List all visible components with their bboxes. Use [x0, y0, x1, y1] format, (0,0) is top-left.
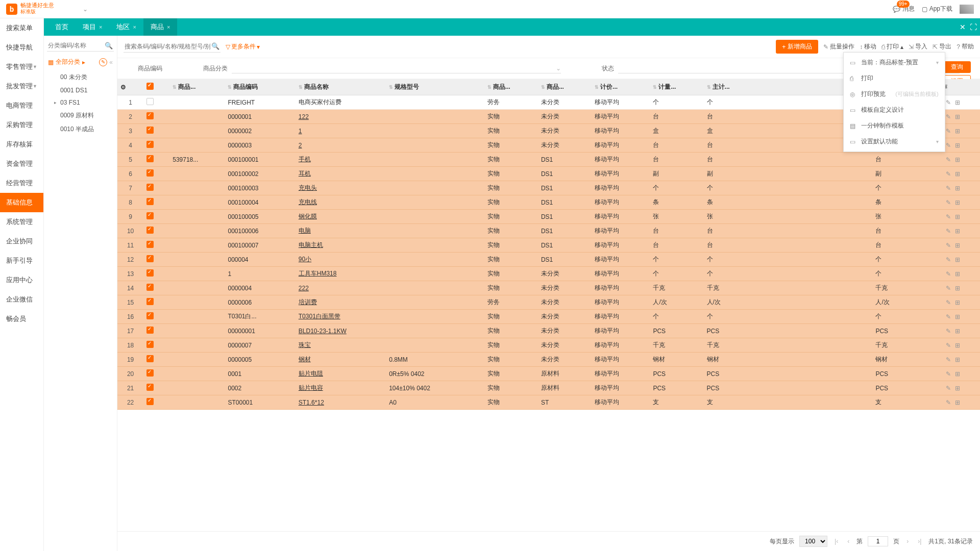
- row-more-icon[interactable]: ⊞: [955, 270, 960, 278]
- product-name-link[interactable]: 222: [299, 285, 309, 292]
- row-more-icon[interactable]: ⊞: [955, 399, 960, 406]
- gear-icon[interactable]: ⚙: [120, 84, 126, 91]
- row-edit-icon[interactable]: ✎: [946, 356, 951, 363]
- row-edit-icon[interactable]: ✎: [946, 142, 951, 149]
- column-header[interactable]: [143, 79, 169, 95]
- table-row[interactable]: 8000100004充电线实物DS1移动平均条条条✎⊞: [117, 195, 980, 210]
- column-header[interactable]: ⇅商品编码: [225, 79, 295, 95]
- row-more-icon[interactable]: ⊞: [955, 370, 960, 378]
- sort-icon[interactable]: ⇅: [299, 85, 303, 90]
- row-checkbox[interactable]: [146, 169, 154, 177]
- page-last-icon[interactable]: ›|: [916, 538, 923, 545]
- sidebar-item[interactable]: 资金管理: [0, 154, 43, 173]
- sidebar-item[interactable]: 畅会员: [0, 309, 43, 329]
- sidebar-item[interactable]: 电商管理: [0, 96, 43, 115]
- row-checkbox[interactable]: [146, 298, 154, 305]
- product-name-link[interactable]: 耳机: [299, 170, 311, 177]
- row-checkbox[interactable]: [146, 384, 154, 391]
- product-name-link[interactable]: 手机: [299, 156, 311, 163]
- product-name-link[interactable]: 钢化膜: [299, 213, 317, 220]
- dd-print-preview[interactable]: ◎打印预览 (可编辑当前模板): [844, 86, 945, 102]
- column-header[interactable]: ⇅商品名称: [296, 79, 386, 95]
- row-checkbox[interactable]: [146, 398, 154, 405]
- sort-icon[interactable]: ⇅: [228, 85, 232, 90]
- column-header[interactable]: ⇅主计...: [704, 79, 757, 95]
- table-row[interactable]: 11000100007电脑主机实物DS1移动平均台台台✎⊞: [117, 238, 980, 253]
- product-name-link[interactable]: 工具车HM318: [299, 270, 337, 277]
- edit-category-icon[interactable]: ✎: [99, 58, 107, 66]
- row-edit-icon[interactable]: ✎: [946, 342, 951, 349]
- row-edit-icon[interactable]: ✎: [946, 285, 951, 292]
- tree-item[interactable]: 0009 原材料: [47, 109, 114, 122]
- page-next-icon[interactable]: ›: [904, 538, 911, 545]
- table-row[interactable]: 140000004222实物未分类移动平均千克千克千克✎⊞: [117, 281, 980, 295]
- filter-category-select[interactable]: ⌄: [232, 63, 561, 73]
- product-name-link[interactable]: 钢材: [299, 356, 311, 363]
- table-row[interactable]: 180000007珠宝实物未分类移动平均千克千克千克✎⊞: [117, 338, 980, 353]
- row-edit-icon[interactable]: ✎: [946, 228, 951, 235]
- export-button[interactable]: ⇱导出: [933, 42, 951, 51]
- tree-root[interactable]: ▦ 全部分类 ▸: [47, 56, 86, 68]
- sort-icon[interactable]: ⇅: [173, 85, 177, 90]
- row-edit-icon[interactable]: ✎: [946, 128, 951, 135]
- column-header[interactable]: ⇅规格型号: [386, 79, 484, 95]
- row-edit-icon[interactable]: ✎: [946, 256, 951, 263]
- table-row[interactable]: 6000100002耳机实物DS1移动平均副副副✎⊞: [117, 167, 980, 181]
- company-selector[interactable]: ⌄: [57, 6, 88, 13]
- row-checkbox[interactable]: [146, 355, 154, 362]
- sidebar-item[interactable]: 应用中心: [0, 270, 43, 290]
- search-icon[interactable]: 🔍: [105, 42, 113, 49]
- sidebar-item[interactable]: 企业协同: [0, 232, 43, 251]
- product-name-link[interactable]: 贴片电阻: [299, 370, 323, 377]
- column-header[interactable]: ⇅商品...: [169, 79, 225, 95]
- table-row[interactable]: 7000100003充电头实物DS1移动平均个个个✎⊞: [117, 181, 980, 195]
- row-edit-icon[interactable]: ✎: [946, 270, 951, 278]
- row-checkbox[interactable]: [146, 312, 154, 319]
- tab-close-icon[interactable]: ×: [167, 24, 170, 30]
- sort-icon[interactable]: ⇅: [541, 85, 545, 90]
- import-button[interactable]: ⇲导入: [909, 42, 927, 51]
- row-checkbox[interactable]: [146, 184, 154, 191]
- row-checkbox[interactable]: [146, 198, 154, 205]
- tab-close-icon[interactable]: ×: [133, 24, 136, 30]
- page-first-icon[interactable]: |‹: [832, 538, 840, 545]
- sort-icon[interactable]: ⇅: [595, 85, 599, 90]
- tree-item[interactable]: ▸03 FS1: [47, 96, 114, 109]
- sidebar-item[interactable]: 批发管理▼: [0, 77, 43, 96]
- column-header[interactable]: ⚙: [117, 79, 143, 95]
- product-name-link[interactable]: 电脑: [299, 227, 311, 234]
- table-row[interactable]: 131工具车HM318实物未分类移动平均个个个✎⊞: [117, 267, 980, 281]
- row-more-icon[interactable]: ⊞: [955, 356, 960, 363]
- sidebar-item[interactable]: 搜索菜单: [0, 18, 43, 38]
- dd-current-template[interactable]: ▭当前：商品标签-预置▾: [844, 55, 945, 70]
- row-checkbox[interactable]: [146, 284, 154, 291]
- row-checkbox[interactable]: [146, 341, 154, 348]
- row-edit-icon[interactable]: ✎: [946, 99, 951, 106]
- table-row[interactable]: 1200000490小实物DS1移动平均个个个✎⊞: [117, 253, 980, 267]
- row-more-icon[interactable]: ⊞: [955, 128, 960, 135]
- print-button[interactable]: ⎙打印▴: [881, 42, 903, 51]
- query-button[interactable]: 查询: [943, 61, 971, 73]
- table-row[interactable]: 150000006培训费劳务未分类移动平均人/次人/次人/次✎⊞: [117, 295, 980, 310]
- row-checkbox[interactable]: [146, 369, 154, 377]
- row-checkbox[interactable]: [146, 255, 154, 262]
- row-checkbox[interactable]: [146, 141, 154, 148]
- tree-search-input[interactable]: [47, 40, 114, 52]
- app-download-button[interactable]: ▢ App下载: [922, 5, 952, 13]
- row-more-icon[interactable]: ⊞: [955, 99, 960, 106]
- row-checkbox[interactable]: [146, 127, 154, 134]
- sidebar-item[interactable]: 经营管理: [0, 173, 43, 193]
- help-button[interactable]: ?帮助: [957, 42, 974, 51]
- move-button[interactable]: ↕移动: [860, 42, 876, 51]
- sidebar-item[interactable]: 快捷导航: [0, 38, 43, 57]
- row-edit-icon[interactable]: ✎: [946, 156, 951, 163]
- product-name-link[interactable]: 90小: [299, 256, 311, 263]
- column-header[interactable]: ⇅计价...: [592, 79, 650, 95]
- product-name-link[interactable]: ST1.6*12: [299, 399, 324, 406]
- sort-icon[interactable]: ⇅: [653, 85, 657, 90]
- row-checkbox[interactable]: [146, 227, 154, 234]
- row-checkbox[interactable]: [146, 241, 154, 248]
- row-checkbox[interactable]: [146, 212, 154, 219]
- row-checkbox[interactable]: [146, 155, 154, 162]
- product-name-link[interactable]: 1: [299, 128, 302, 135]
